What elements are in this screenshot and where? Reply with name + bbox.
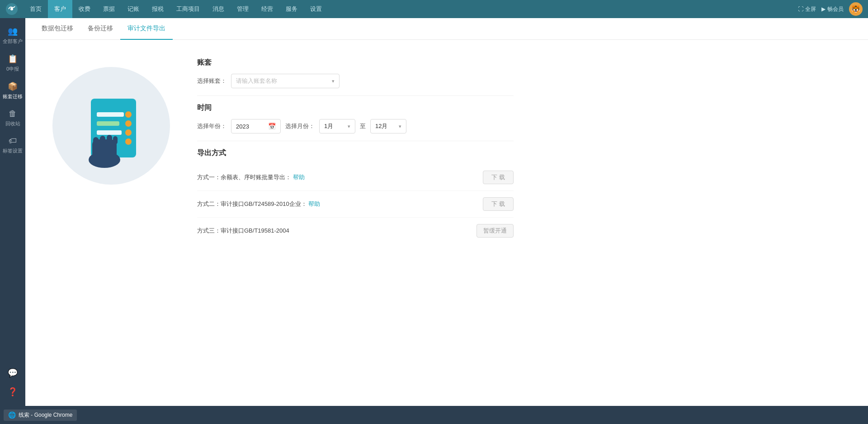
calendar-icon: 📅: [268, 123, 276, 130]
export-method-3: 方式三：审计接口GB/T19581-2004 暂缓开通: [197, 218, 514, 244]
divider-2: [197, 141, 514, 141]
page-body: 账套 选择账套： 请输入账套名称 ▾ 时间 选择年份： 2023 📅: [25, 40, 868, 406]
chat-icon: 💬: [8, 368, 18, 378]
account-select[interactable]: 请输入账套名称 ▾: [231, 74, 340, 88]
sidebar-item-zero-declare[interactable]: 📋 0申报: [0, 49, 25, 77]
svg-point-9: [125, 129, 132, 136]
svg-rect-16: [113, 136, 118, 144]
help-icon: ❓: [8, 387, 18, 397]
tabs-bar: 数据包迁移 备份迁移 审计文件导出: [25, 18, 868, 40]
fullscreen-icon: ⛶: [798, 6, 803, 12]
nav-settings[interactable]: 设置: [304, 0, 328, 18]
svg-point-10: [125, 138, 132, 145]
account-row: 选择账套： 请输入账套名称 ▾: [197, 74, 514, 88]
logo: [4, 1, 20, 17]
svg-rect-4: [97, 121, 119, 126]
tab-backup-migrate[interactable]: 备份迁移: [80, 18, 120, 40]
method1-help-link[interactable]: 帮助: [293, 174, 305, 181]
all-clients-icon: 👥: [8, 26, 18, 36]
account-select-placeholder: 请输入账套名称: [236, 77, 332, 85]
taskbar: 🌐 线索 - Google Chrome: [0, 406, 868, 424]
time-section-title: 时间: [197, 103, 514, 113]
fullscreen-btn[interactable]: ⛶ 全屏: [798, 5, 816, 13]
nav-manage[interactable]: 管理: [231, 0, 255, 18]
svg-point-1: [10, 8, 13, 10]
method2-desc: 方式二：审计接口GB/T24589-2010企业： 帮助: [197, 200, 483, 208]
sidebar: 👥 全部客户 📋 0申报 📦 账套迁移 🗑 回收站 🏷 标签设置 💬 ❓: [0, 18, 25, 406]
export-section-title: 导出方式: [197, 148, 514, 158]
method3-text: 方式三：审计接口GB/T19581-2004: [197, 227, 289, 234]
sidebar-bottom: 💬 ❓: [0, 364, 25, 406]
nav-message[interactable]: 消息: [206, 0, 231, 18]
recycle-icon: 🗑: [9, 109, 17, 119]
svg-rect-15: [107, 135, 112, 145]
svg-point-8: [125, 120, 132, 127]
method3-open-btn[interactable]: 暂缓开通: [476, 224, 514, 238]
account-migrate-icon: 📦: [8, 81, 18, 91]
to-text: 至: [360, 122, 366, 130]
zero-declare-icon: 📋: [8, 54, 18, 64]
svg-rect-13: [93, 137, 99, 146]
nav-business[interactable]: 工商项目: [170, 0, 206, 18]
sidebar-item-recycle[interactable]: 🗑 回收站: [0, 105, 25, 132]
month-end-value: 12月: [375, 122, 397, 130]
user-avatar[interactable]: 🐯: [849, 2, 863, 16]
month-end-select[interactable]: 12月 ▾: [370, 119, 406, 133]
sidebar-item-help[interactable]: ❓: [0, 383, 25, 400]
export-method-2: 方式二：审计接口GB/T24589-2010企业： 帮助 下 载: [197, 191, 514, 218]
year-input[interactable]: 2023 📅: [231, 119, 281, 133]
svg-rect-14: [100, 136, 105, 146]
account-label: 选择账套：: [197, 77, 226, 85]
month-end-chevron: ▾: [399, 124, 401, 129]
illustration-wrap: [52, 58, 170, 388]
method2-text: 方式二：审计接口GB/T24589-2010企业：: [197, 200, 307, 207]
nav-right-actions: ⛶ 全屏 ▶ 畅会员 🐯: [798, 2, 863, 16]
taskbar-chrome-item[interactable]: 🌐 线索 - Google Chrome: [4, 410, 77, 421]
member-btn[interactable]: ▶ 畅会员: [821, 5, 844, 13]
member-icon: ▶: [821, 6, 826, 12]
tab-audit-export[interactable]: 审计文件导出: [120, 18, 173, 40]
nav-service[interactable]: 服务: [279, 0, 304, 18]
account-section-title: 账套: [197, 58, 514, 67]
svg-rect-5: [97, 130, 122, 135]
chrome-icon: 🌐: [8, 411, 16, 419]
main-layout: 👥 全部客户 📋 0申报 📦 账套迁移 🗑 回收站 🏷 标签设置 💬 ❓: [0, 18, 868, 406]
sidebar-item-all-clients[interactable]: 👥 全部客户: [0, 22, 25, 49]
main-content: 数据包迁移 备份迁移 审计文件导出: [25, 18, 868, 406]
nav-bookkeep[interactable]: 记账: [121, 0, 146, 18]
top-navigation: 首页 客户 收费 票据 记账 报税 工商项目 消息 管理 经营 服务 设置 ⛶ …: [0, 0, 868, 18]
divider-1: [197, 95, 514, 96]
taskbar-item-label: 线索 - Google Chrome: [19, 411, 72, 419]
method1-download-btn[interactable]: 下 载: [483, 171, 514, 184]
nav-fee[interactable]: 收费: [72, 0, 97, 18]
sidebar-item-tag-settings[interactable]: 🏷 标签设置: [0, 132, 25, 159]
method2-help-link[interactable]: 帮助: [308, 200, 320, 207]
month-label: 选择月份：: [285, 122, 315, 130]
nav-tax[interactable]: 报税: [146, 0, 170, 18]
month-start-select[interactable]: 1月 ▾: [319, 119, 355, 133]
method1-desc: 方式一：余额表、序时账批量导出： 帮助: [197, 173, 483, 181]
account-select-chevron: ▾: [332, 78, 335, 84]
export-method-1: 方式一：余额表、序时账批量导出： 帮助 下 载: [197, 164, 514, 191]
year-value: 2023: [236, 123, 264, 130]
svg-rect-3: [97, 112, 124, 117]
illustration-circle: [52, 67, 170, 185]
time-row: 选择年份： 2023 📅 选择月份： 1月 ▾ 至 12月 ▾: [197, 119, 514, 133]
tag-settings-icon: 🏷: [9, 136, 17, 146]
method2-download-btn[interactable]: 下 载: [483, 197, 514, 211]
month-start-value: 1月: [324, 122, 346, 130]
year-label: 选择年份：: [197, 122, 226, 130]
method1-text: 方式一：余额表、序时账批量导出：: [197, 174, 291, 181]
sidebar-item-chat[interactable]: 💬: [0, 364, 25, 381]
form-section: 账套 选择账套： 请输入账套名称 ▾ 时间 选择年份： 2023 📅: [197, 58, 514, 388]
tab-data-migrate[interactable]: 数据包迁移: [34, 18, 80, 40]
sidebar-item-account-migrate[interactable]: 📦 账套迁移: [0, 77, 25, 105]
svg-point-7: [125, 111, 132, 118]
nav-home[interactable]: 首页: [24, 0, 48, 18]
nav-client[interactable]: 客户: [48, 0, 72, 18]
illustration-svg: [66, 76, 156, 176]
nav-items: 首页 客户 收费 票据 记账 报税 工商项目 消息 管理 经营 服务 设置: [24, 0, 798, 18]
nav-invoice[interactable]: 票据: [97, 0, 121, 18]
nav-operate[interactable]: 经营: [255, 0, 279, 18]
month-start-chevron: ▾: [348, 124, 350, 129]
